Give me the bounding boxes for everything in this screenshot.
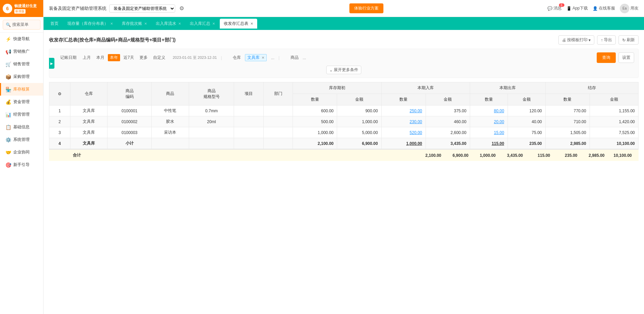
expand-conditions-button[interactable]: ⌄ 展开更多条件 — [326, 66, 361, 74]
tab-inventory-dist[interactable]: 现存量（库存分布表）✕ — [63, 19, 117, 29]
warehouse-more[interactable]: ... — [271, 55, 274, 60]
user-avatar: Ea — [620, 4, 629, 13]
row-out-qty[interactable]: 15.00 — [470, 127, 508, 138]
row-out-qty[interactable]: 20.00 — [470, 116, 508, 127]
row-department — [263, 105, 293, 116]
date-shortcut-自定义[interactable]: 自定义 — [151, 54, 167, 61]
page-inner: 收发存汇总表(按仓库+商品编码+商品+规格型号+项目+部门) 🖨 按模板打印 ▾… — [44, 30, 644, 314]
row-goods-name: 胶水 — [152, 116, 189, 127]
sidebar-nav: ⚡快捷导航📢营销推广🛒销售管理📦采购管理🏪库存核算💰资金管理📊经营管理📋基础信息… — [0, 33, 43, 314]
sidebar-item-operations[interactable]: 📊经营管理 — [0, 108, 43, 121]
subtotal-warehouse: 文具库 — [70, 138, 108, 149]
user-action[interactable]: Ea 用友 — [620, 4, 639, 13]
app-download-label: App下载 — [573, 5, 588, 11]
row-in-qty[interactable]: 250.00 — [381, 105, 426, 116]
table-wrapper: ⚙ 仓库 商品编码 商品 商品规格型号 项目 部门 库存期初 本期入库 本期出库… — [49, 82, 639, 149]
subtotal-balance-amt: 10,100.00 — [590, 138, 638, 149]
sidebar-item-label: 企业协同 — [13, 149, 30, 155]
goods-more[interactable]: ... — [303, 55, 306, 60]
row-warehouse: 文具库 — [70, 127, 108, 138]
settings-button[interactable]: 设置 — [618, 52, 634, 63]
topbar-right: 💬 消息 6 📱 App下载 👤 在线客服 Ea 用友 — [547, 4, 639, 13]
date-shortcut-上月[interactable]: 上月 — [81, 54, 93, 61]
department-header: 部门 — [263, 82, 293, 105]
row-goods-spec: 20ml — [189, 116, 234, 127]
date-shortcut-近7天[interactable]: 近7天 — [121, 54, 136, 61]
sidebar-item-label: 系统管理 — [13, 137, 30, 143]
subtotal-in-qty: 1,000.00 — [381, 138, 426, 149]
table-row: 3 文具库 0100003 采访本 1,000.00 5,000.00 520.… — [49, 127, 639, 138]
refresh-icon: ↻ — [622, 38, 626, 43]
tab-close-icon[interactable]: ✕ — [144, 22, 147, 26]
row-out-amt: 40.00 — [508, 116, 545, 127]
subtotal-row: 4 文具库 小计 2,100.00 6,900.00 1,000.00 3,43… — [49, 138, 639, 149]
tab-recv-send-summary[interactable]: 收发存汇总表✕ — [220, 19, 257, 29]
tab-close-icon[interactable]: ✕ — [212, 22, 215, 26]
tab-inout-summary[interactable]: 出入库汇总✕ — [186, 19, 219, 29]
sidebar-item-sales[interactable]: 🛒销售管理 — [0, 58, 43, 70]
marketing-icon: 📢 — [5, 49, 11, 54]
tab-close-icon[interactable]: ✕ — [178, 22, 181, 26]
tab-inout-flow[interactable]: 出入库流水✕ — [152, 19, 185, 29]
tab-label: 出入库流水 — [156, 21, 176, 27]
tab-label: 收发存汇总表 — [224, 21, 248, 27]
warehouse-tag-close[interactable]: ✕ — [262, 56, 264, 60]
date-range: 2023-01-01 至 2023-12-31 — [173, 55, 217, 60]
sidebar-item-enterprise[interactable]: 🤝企业协同 — [0, 146, 43, 159]
sidebar-item-newbie[interactable]: 🎯新手引导 — [0, 159, 43, 171]
export-button[interactable]: ↑ 导出 — [597, 35, 616, 45]
row-warehouse: 文具库 — [70, 105, 108, 116]
sidebar-item-label: 营销推广 — [13, 49, 30, 54]
export-label: 导出 — [604, 37, 612, 43]
app-download-action[interactable]: 📱 App下载 — [566, 5, 588, 11]
subtotal-in-amt: 3,435.00 — [426, 138, 470, 149]
refresh-button[interactable]: ↻ 刷新 — [618, 35, 639, 45]
tab-batch-ledger[interactable]: 库存批次账✕ — [118, 19, 151, 29]
balance-group-header: 结存 — [545, 82, 638, 94]
tab-close-icon[interactable]: ✕ — [110, 22, 113, 26]
row-seq: 3 — [49, 127, 70, 138]
sidebar-item-marketing[interactable]: 📢营销推广 — [0, 45, 43, 58]
in-amt-header: 金额 — [426, 94, 470, 105]
system-selector[interactable]: 装备及固定资产辅助管理系统 — [109, 4, 175, 13]
finance-icon: 💰 — [5, 99, 11, 105]
tab-close-icon[interactable]: ✕ — [250, 22, 253, 26]
filter-area: ▶ 记账日期 上月本月本年近7天更多自定义 2023-01-01 至 2023-… — [49, 49, 639, 78]
subtotal-out-qty: 115.00 — [470, 138, 508, 149]
online-service-action[interactable]: 👤 在线客服 — [593, 5, 615, 11]
print-button[interactable]: 🖨 按模板打印 ▾ — [558, 35, 594, 45]
row-department — [263, 116, 293, 127]
date-label: 记账日期 — [60, 55, 77, 61]
experience-button[interactable]: 体验行业方案 — [349, 3, 383, 13]
table-settings-header[interactable]: ⚙ — [49, 82, 70, 105]
row-out-amt: 120.00 — [508, 105, 545, 116]
row-out-qty[interactable]: 80.00 — [470, 105, 508, 116]
expand-row: ⌄ 展开更多条件 — [53, 66, 634, 74]
page-title: 收发存汇总表(按仓库+商品编码+商品+规格型号+项目+部门) — [49, 37, 176, 43]
tab-label: 现存量（库存分布表） — [67, 21, 108, 27]
row-goods-code: 0100001 — [108, 105, 152, 116]
tab-home[interactable]: 首页 — [46, 19, 63, 29]
search-menu-button[interactable]: 🔍 搜索菜单 — [3, 20, 40, 30]
sidebar-item-base-info[interactable]: 📋基础信息 — [0, 121, 43, 133]
subtotal-label: 小计 — [108, 138, 152, 149]
search-icon: 🔍 — [6, 22, 11, 27]
row-department — [263, 127, 293, 138]
message-action[interactable]: 💬 消息 6 — [547, 5, 562, 11]
date-shortcut-本月[interactable]: 本月 — [94, 54, 106, 61]
sidebar-item-quick-nav[interactable]: ⚡快捷导航 — [0, 33, 43, 45]
sidebar-item-finance[interactable]: 💰资金管理 — [0, 96, 43, 108]
sidebar-item-purchase[interactable]: 📦采购管理 — [0, 70, 43, 83]
print-icon: 🖨 — [562, 38, 566, 43]
sidebar-item-system[interactable]: ⚙️系统管理 — [0, 133, 43, 146]
filter-expand-button[interactable]: ▶ — [49, 58, 54, 69]
row-in-qty[interactable]: 230.00 — [381, 116, 426, 127]
subtotal-balance-qty: 2,985.00 — [545, 138, 590, 149]
date-shortcut-本年[interactable]: 本年 — [108, 54, 120, 61]
sidebar-item-inventory[interactable]: 🏪库存核算 — [0, 83, 43, 96]
row-balance-amt: 1,155.00 — [590, 105, 638, 116]
settings-icon[interactable]: ⚙ — [178, 4, 185, 13]
row-in-qty[interactable]: 520.00 — [381, 127, 426, 138]
date-shortcut-更多[interactable]: 更多 — [137, 54, 150, 61]
query-button[interactable]: 查询 — [597, 52, 616, 63]
